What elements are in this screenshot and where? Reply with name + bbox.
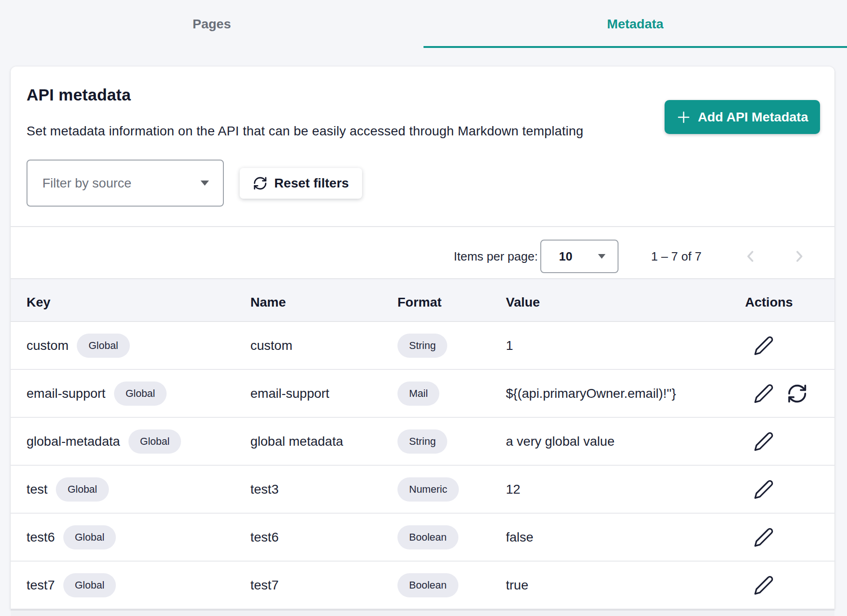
chevron-right-icon <box>791 248 807 265</box>
global-badge: Global <box>114 382 167 406</box>
key-text: test <box>27 482 47 497</box>
column-header-actions: Actions <box>745 295 793 310</box>
name-cell: test3 <box>250 482 279 497</box>
global-badge: Global <box>63 573 116 597</box>
format-badge: String <box>397 429 447 454</box>
format-badge: Boolean <box>397 573 458 597</box>
actions-cell <box>753 431 774 452</box>
actions-cell <box>753 527 774 548</box>
value-cell: false <box>506 530 533 545</box>
edit-icon <box>753 431 774 452</box>
format-cell: String <box>397 429 447 454</box>
page-description: Set metadata information on the API that… <box>27 124 583 139</box>
global-badge: Global <box>77 334 130 358</box>
divider <box>11 226 834 227</box>
key-cell: email-support Global <box>27 382 167 406</box>
format-cell: String <box>397 334 447 358</box>
next-page-button[interactable] <box>791 248 807 265</box>
renew-button[interactable] <box>786 383 808 404</box>
actions-cell <box>753 575 774 596</box>
key-cell: test7 Global <box>27 573 116 597</box>
tab-pages[interactable]: Pages <box>0 0 424 48</box>
add-api-metadata-button[interactable]: Add API Metadata <box>665 100 820 134</box>
value-cell: 1 <box>506 338 513 353</box>
refresh-icon <box>786 383 808 404</box>
format-badge: Numeric <box>397 477 459 502</box>
reset-filters-button[interactable]: Reset filters <box>240 168 362 199</box>
chevron-down-icon <box>598 254 605 259</box>
table-row: email-support Global email-support Mail … <box>11 370 834 418</box>
key-cell: custom Global <box>27 334 130 358</box>
table-row: global-metadata Global global metadata S… <box>11 418 834 466</box>
table-cutoff-strip <box>11 609 834 616</box>
plus-icon <box>677 110 691 124</box>
filter-by-source-select[interactable]: Filter by source <box>27 160 224 207</box>
filter-by-source-placeholder: Filter by source <box>42 176 131 191</box>
global-badge: Global <box>56 477 109 502</box>
edit-icon <box>753 575 774 596</box>
edit-button[interactable] <box>753 527 774 548</box>
page: Pages Metadata API metadata Set metadata… <box>0 0 847 616</box>
key-cell: global-metadata Global <box>27 429 181 454</box>
global-badge: Global <box>63 525 116 549</box>
items-per-page-label: Items per page: <box>454 249 538 264</box>
edit-icon <box>753 479 774 500</box>
key-text: test6 <box>27 530 55 545</box>
table-row: test6 Global test6 Boolean false <box>11 514 834 562</box>
key-text: test7 <box>27 578 55 593</box>
table-row: test Global test3 Numeric 12 <box>11 466 834 514</box>
chevron-down-icon <box>201 181 209 186</box>
tab-metadata-label: Metadata <box>607 17 663 32</box>
actions-cell <box>753 383 808 404</box>
global-badge: Global <box>128 429 182 454</box>
format-cell: Mail <box>397 382 439 406</box>
column-header-value: Value <box>506 295 540 310</box>
name-cell: test7 <box>250 578 279 593</box>
tab-pages-label: Pages <box>193 17 231 32</box>
items-per-page-value: 10 <box>559 249 572 264</box>
format-cell: Boolean <box>397 573 458 597</box>
add-api-metadata-label: Add API Metadata <box>698 110 808 125</box>
name-cell: custom <box>250 338 292 353</box>
api-metadata-card: API metadata Set metadata information on… <box>11 67 834 609</box>
edit-icon <box>753 383 774 404</box>
active-tab-underline <box>424 46 847 48</box>
edit-button[interactable] <box>753 479 774 500</box>
reset-filters-label: Reset filters <box>274 176 349 191</box>
format-cell: Numeric <box>397 477 459 502</box>
format-badge: String <box>397 334 447 358</box>
value-cell: true <box>506 578 528 593</box>
tab-metadata[interactable]: Metadata <box>424 0 847 48</box>
column-header-name: Name <box>250 295 286 310</box>
name-cell: global metadata <box>250 434 343 449</box>
edit-button[interactable] <box>753 575 774 596</box>
tab-bar: Pages Metadata <box>0 0 847 48</box>
actions-cell <box>753 335 774 356</box>
value-cell: 12 <box>506 482 520 497</box>
key-text: email-support <box>27 386 106 401</box>
format-cell: Boolean <box>397 525 458 549</box>
name-cell: test6 <box>250 530 279 545</box>
table-row: custom Global custom String 1 <box>11 322 834 370</box>
column-header-format: Format <box>397 295 442 310</box>
column-header-key: Key <box>27 295 50 310</box>
chevron-left-icon <box>742 248 759 265</box>
key-text: global-metadata <box>27 434 120 449</box>
actions-cell <box>753 479 774 500</box>
table-row: test7 Global test7 Boolean true <box>11 562 834 609</box>
edit-button[interactable] <box>753 335 774 356</box>
paginator-range-label: 1 – 7 of 7 <box>651 249 701 264</box>
value-cell: a very global value <box>506 434 614 449</box>
key-cell: test Global <box>27 477 109 502</box>
edit-button[interactable] <box>753 383 774 404</box>
page-title: API metadata <box>27 86 131 104</box>
items-per-page-select[interactable]: 10 <box>540 240 618 273</box>
edit-button[interactable] <box>753 431 774 452</box>
edit-icon <box>753 527 774 548</box>
previous-page-button[interactable] <box>742 248 759 265</box>
value-cell: ${(api.primaryOwner.email)!''} <box>506 386 676 401</box>
key-text: custom <box>27 338 68 353</box>
format-badge: Boolean <box>397 525 458 549</box>
refresh-icon <box>253 176 268 191</box>
format-badge: Mail <box>397 382 439 406</box>
